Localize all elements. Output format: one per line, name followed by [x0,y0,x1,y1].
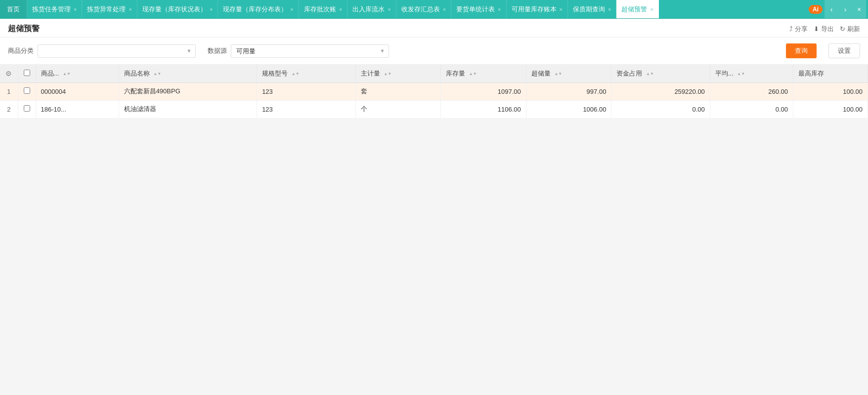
topbar: 首页 拣货任务管理 × 拣货异常处理 × 现存量（库存状况表） × 现存量（库存… [0,0,868,19]
tab-inventory-dist[interactable]: 现存量（库存分布表） × [218,0,299,19]
col-product-code-label: 商品... [41,70,59,77]
filter-bar: 商品分类 ▼ 数据源 可用量 库存量 ▼ 查询 设置 [0,38,868,65]
sort-icon[interactable]: ▲▼ [63,72,71,76]
col-capital-header: 资金占用 ▲▼ [611,65,710,82]
tab-order-stats-label: 要货单统计表 [456,5,495,14]
close-icon[interactable]: × [443,6,446,12]
row-product-code: 186-10... [36,100,119,118]
col-avg-header: 平均... ▲▼ [710,65,793,82]
tab-expiry[interactable]: 保质期查询 × [568,0,616,19]
col-product-code-header: 商品... ▲▼ [36,65,119,82]
tab-flow-label: 出入库流水 [352,5,385,14]
tab-summary[interactable]: 收发存汇总表 × [396,0,451,19]
nav-next-button[interactable]: › [838,0,852,19]
close-icon[interactable]: × [650,6,653,12]
row-num-cell: 2 [0,100,18,118]
row-capital: 0.00 [611,100,710,118]
row-checkbox-cell [18,100,36,118]
category-select[interactable] [38,44,196,58]
col-max-stock-label: 最高库存 [798,70,824,77]
close-icon[interactable]: × [388,6,391,12]
page-title: 超储预警 [8,24,40,34]
query-button[interactable]: 查询 [786,43,817,58]
close-icon[interactable]: × [74,6,77,12]
row-product-code: 0000004 [36,82,119,100]
settings-gear-icon[interactable]: ⚙ [5,70,12,78]
tab-batch[interactable]: 库存批次账 × [299,0,347,19]
col-checkbox-header [18,65,36,82]
nav-arrows: ‹ › × [825,0,866,19]
tab-exception-label: 拣货异常处理 [87,5,126,14]
select-all-checkbox[interactable] [24,70,30,76]
tab-inventory-status[interactable]: 现存量（库存状况表） × [137,0,218,19]
col-unit-label: 主计量 [361,70,380,77]
col-avg-label: 平均... [715,70,734,77]
close-icon[interactable]: × [210,6,213,12]
row-max-stock: 100.00 [793,100,868,118]
nav-more-button[interactable]: × [852,0,866,19]
tab-task-mgmt-label: 拣货任务管理 [32,5,71,14]
table-body: 1 0000004 六配套新昌490BPG 123 套 1097.00 997.… [0,82,868,118]
tab-flow[interactable]: 出入库流水 × [347,0,396,19]
col-overstock-label: 超储量 [531,70,551,77]
col-spec-header: 规格型号 ▲▼ [257,65,355,82]
row-checkbox-cell [18,82,36,100]
export-icon: ⬇ [814,25,819,33]
sort-icon[interactable]: ▲▼ [469,72,477,76]
datasource-label: 数据源 [208,46,227,55]
tab-available-label: 可用量库存账本 [512,5,557,14]
topbar-right: Ai ‹ › × [809,0,868,19]
close-icon[interactable]: × [608,6,611,12]
table-header-row: ⚙ 商品... ▲▼ 商品名称 ▲▼ 规格型号 ▲▼ 主计 [0,65,868,82]
sort-icon[interactable]: ▲▼ [646,72,654,76]
col-unit-header: 主计量 ▲▼ [355,65,441,82]
close-icon[interactable]: × [498,6,501,12]
col-settings-header: ⚙ [0,65,18,82]
share-icon: ⤴ [789,25,793,33]
sort-icon[interactable]: ▲▼ [737,72,745,76]
tab-available[interactable]: 可用量库存账本 × [507,0,568,19]
nav-home[interactable]: 首页 [0,0,27,19]
datasource-select[interactable]: 可用量 库存量 [231,44,389,58]
close-icon[interactable]: × [129,6,131,12]
tab-inventory-dist-label: 现存量（库存分布表） [223,5,287,14]
tab-order-stats[interactable]: 要货单统计表 × [451,0,506,19]
refresh-button[interactable]: ↻ 刷新 [840,25,860,34]
close-icon[interactable]: × [339,6,342,12]
tab-overstock[interactable]: 超储预警 × [616,0,658,19]
row-spec: 123 [257,82,355,100]
tab-summary-label: 收发存汇总表 [401,5,440,14]
tab-exception[interactable]: 拣货异常处理 × [82,0,137,19]
table-container: ⚙ 商品... ▲▼ 商品名称 ▲▼ 规格型号 ▲▼ 主计 [0,65,868,118]
sort-icon[interactable]: ▲▼ [153,72,161,76]
row-max-stock: 100.00 [793,82,868,100]
tab-inventory-status-label: 现存量（库存状况表） [142,5,207,14]
datasource-filter: 数据源 可用量 库存量 ▼ [208,44,389,58]
close-icon[interactable]: × [290,6,293,12]
row-checkbox[interactable] [24,87,30,94]
category-select-wrapper: ▼ [38,44,196,58]
share-button[interactable]: ⤴ 分享 [789,25,808,34]
export-button[interactable]: ⬇ 导出 [814,25,834,34]
col-stock-header: 库存量 ▲▼ [441,65,526,82]
row-unit: 个 [355,100,441,118]
category-filter: 商品分类 ▼ [8,44,196,58]
row-checkbox[interactable] [24,105,30,112]
refresh-label: 刷新 [847,25,860,34]
nav-prev-button[interactable]: ‹ [825,0,838,19]
row-spec: 123 [257,100,355,118]
sort-icon[interactable]: ▲▼ [292,72,300,76]
row-unit: 套 [355,82,441,100]
table-row: 1 0000004 六配套新昌490BPG 123 套 1097.00 997.… [0,82,868,100]
row-capital: 259220.00 [611,82,710,100]
ai-badge[interactable]: Ai [809,5,823,14]
close-icon[interactable]: × [560,6,563,12]
row-product-name: 机油滤清器 [119,100,257,118]
row-stock: 1097.00 [441,82,526,100]
sort-icon[interactable]: ▲▼ [554,72,562,76]
sort-icon[interactable]: ▲▼ [384,72,391,76]
set-button[interactable]: 设置 [828,43,860,58]
col-max-stock-header: 最高库存 [793,65,868,82]
col-stock-label: 库存量 [446,70,465,77]
tab-task-mgmt[interactable]: 拣货任务管理 × [27,0,82,19]
